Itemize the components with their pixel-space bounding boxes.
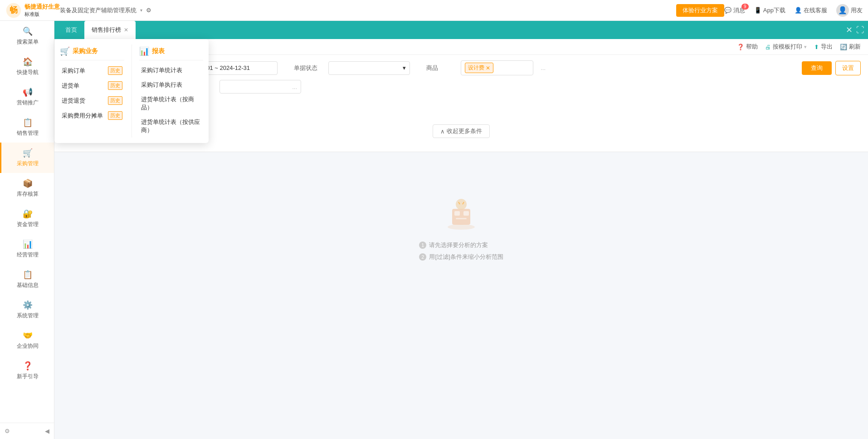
app-download-label: App下载 xyxy=(763,6,785,15)
sidebar-item-system[interactable]: ⚙️ 系统管理 xyxy=(0,295,54,325)
goods-filter-area: 设计费 ✕ xyxy=(461,60,533,75)
dropdown-columns: 🛒 采购业务 采购订单 历史 进货单 历史 进货退货 历史 采购费用分摊单 历史 xyxy=(54,44,209,138)
sidebar-item-marketing[interactable]: 📢 营销推广 xyxy=(0,82,54,112)
phone-icon: 📱 xyxy=(754,7,761,14)
message-item[interactable]: 💬 消息 9 xyxy=(724,6,745,15)
service-icon: 👤 xyxy=(795,7,802,14)
sidebar-item-cooperation[interactable]: 🤝 企业协同 xyxy=(0,325,54,355)
svg-text:畅: 畅 xyxy=(10,5,18,15)
sidebar-item-basic-info[interactable]: 📋 基础信息 xyxy=(0,264,54,295)
goods-tag: 设计费 ✕ xyxy=(465,63,493,73)
svg-point-7 xyxy=(456,199,467,210)
report-col-title: 📊 报表 xyxy=(139,44,204,60)
salesperson-select[interactable]: ... xyxy=(219,80,301,94)
sidebar-item-finance[interactable]: 🔐 资金管理 xyxy=(0,203,54,234)
tip-num-1: 1 xyxy=(419,242,426,249)
print-btn[interactable]: 🖨 按模板打印 ▾ xyxy=(765,43,807,51)
logo-text: 畅捷通好生意 标准版 xyxy=(24,3,60,17)
sidebar-item-quick-nav[interactable]: 🏠 快捷导航 xyxy=(0,51,54,82)
report-column: 📊 报表 采购订单统计表 采购订单执行表 进货单统计表（按商品） 进货单统计表（… xyxy=(134,44,209,138)
tab-close-icon[interactable]: ✕ xyxy=(124,27,128,33)
sidebar-item-guide[interactable]: ❓ 新手引导 xyxy=(0,355,54,386)
query-button[interactable]: 查询 xyxy=(802,61,832,75)
sidebar-collapse-icon[interactable]: ◀ xyxy=(45,428,49,434)
history-badge-2: 历史 xyxy=(108,96,122,105)
tab-bar: 首页 销售排行榜 ✕ ✕ ⛶ xyxy=(54,21,868,39)
tip-text-2: 用[过滤]条件来缩小分析范围 xyxy=(429,251,503,263)
logo-icon: 畅 xyxy=(5,2,22,19)
report-col-icon: 📊 xyxy=(139,46,149,56)
export-icon: ⬆ xyxy=(814,44,819,50)
dropdown-item-stock-in-stat-supplier[interactable]: 进货单统计表（按供应商） xyxy=(139,115,204,138)
tab-maximize-icon[interactable]: ⛶ xyxy=(856,25,864,35)
empty-state: 1 请先选择要分析的方案 2 用[过滤]条件来缩小分析范围 xyxy=(54,152,868,299)
print-chevron[interactable]: ▾ xyxy=(804,44,807,50)
dropdown-divider xyxy=(132,44,132,138)
header-right: 💬 消息 9 📱 App下载 👤 在线客服 👤 用友 xyxy=(724,4,863,17)
dropdown-item-stock-return[interactable]: 进货退货 历史 xyxy=(60,93,124,108)
purchase-icon: 🛒 xyxy=(23,148,33,158)
empty-tips: 1 请先选择要分析的方案 2 用[过滤]条件来缩小分析范围 xyxy=(419,239,503,263)
dropdown-item-stock-in-stat-goods[interactable]: 进货单统计表（按商品） xyxy=(139,92,204,115)
guide-icon: ❓ xyxy=(23,361,33,371)
operations-icon: 📊 xyxy=(23,239,33,249)
refresh-btn[interactable]: 🔄 刷新 xyxy=(840,43,861,51)
goods-label: 商品 xyxy=(426,64,454,72)
user-item[interactable]: 👤 用友 xyxy=(836,4,863,17)
top-header: 畅 畅捷通好生意 标准版 装备及固定资产辅助管理系统 ▾ ⚙ 体验行业方案 💬 … xyxy=(0,0,868,21)
salesperson-ellipsis[interactable]: ... xyxy=(292,84,297,90)
online-service-item[interactable]: 👤 在线客服 xyxy=(795,6,827,15)
sales-icon: 📋 xyxy=(23,118,33,128)
user-avatar: 👤 xyxy=(836,4,849,17)
history-badge-3: 历史 xyxy=(108,111,122,120)
settings-button[interactable]: 设置 xyxy=(835,61,861,75)
logo-area: 畅 畅捷通好生意 标准版 xyxy=(5,2,60,19)
help-icon: ❓ xyxy=(737,44,744,50)
help-btn[interactable]: ❓ 帮助 xyxy=(737,43,758,51)
message-badge: 9 xyxy=(741,4,749,10)
collapse-icon: ∧ xyxy=(440,128,445,135)
message-icon: 💬 xyxy=(724,7,731,14)
sidebar-item-purchase[interactable]: 🛒 采购管理 xyxy=(0,143,54,173)
goods-ellipsis[interactable]: ... xyxy=(541,64,546,71)
sidebar-item-search[interactable]: 🔍 搜索菜单 xyxy=(0,21,54,51)
sidebar-settings-icon[interactable]: ⚙ xyxy=(5,428,10,434)
sidebar-item-inventory[interactable]: 📦 库存核算 xyxy=(0,173,54,203)
sidebar-bottom: ⚙ ◀ xyxy=(0,423,54,439)
tab-sales-rank[interactable]: 销售排行榜 ✕ xyxy=(84,21,136,39)
filter-actions-right: 查询 设置 xyxy=(802,61,861,75)
empty-illustration xyxy=(439,188,484,234)
dropdown-item-purchase-order[interactable]: 采购订单 历史 xyxy=(60,63,124,78)
svg-rect-4 xyxy=(454,211,460,216)
purchase-col-title: 🛒 采购业务 xyxy=(60,44,124,60)
purchase-col-icon: 🛒 xyxy=(60,46,70,56)
sidebar: 🔍 搜索菜单 🏠 快捷导航 📢 营销推广 📋 销售管理 🛒 采购管理 📦 库存核… xyxy=(0,21,54,439)
sidebar-item-operations[interactable]: 📊 经营管理 xyxy=(0,234,54,264)
dropdown-item-purchase-order-exec[interactable]: 采购订单执行表 xyxy=(139,78,204,92)
cooperation-icon: 🤝 xyxy=(23,330,33,340)
system-name-chevron[interactable]: ▾ xyxy=(140,8,142,13)
svg-rect-6 xyxy=(456,218,467,219)
app-download-item[interactable]: 📱 App下载 xyxy=(754,6,785,15)
system-name-area: 装备及固定资产辅助管理系统 ▾ ⚙ xyxy=(60,6,676,15)
purchase-column: 🛒 采购业务 采购订单 历史 进货单 历史 进货退货 历史 采购费用分摊单 历史 xyxy=(54,44,130,138)
dropdown-item-purchase-order-stat[interactable]: 采购订单统计表 xyxy=(139,63,204,78)
export-btn[interactable]: ⬆ 导出 xyxy=(814,43,833,51)
svg-rect-5 xyxy=(463,211,469,216)
tab-close-window-icon[interactable]: ✕ xyxy=(846,25,853,35)
order-status-select[interactable]: ▾ xyxy=(328,61,410,75)
goods-tag-close[interactable]: ✕ xyxy=(486,65,490,71)
order-status-label: 单据状态 xyxy=(294,64,321,72)
sidebar-item-sales[interactable]: 📋 销售管理 xyxy=(0,112,54,143)
industry-btn[interactable]: 体验行业方案 xyxy=(676,4,724,17)
dropdown-item-stock-in[interactable]: 进货单 历史 xyxy=(60,78,124,93)
system-icon: ⚙️ xyxy=(23,300,33,310)
tab-home[interactable]: 首页 xyxy=(58,21,84,39)
dropdown-item-purchase-expense[interactable]: 采购费用分摊单 历史 xyxy=(60,108,124,123)
header-settings-icon[interactable]: ⚙ xyxy=(146,7,151,14)
marketing-icon: 📢 xyxy=(23,87,33,97)
collapse-btn[interactable]: ∧ 收起更多条件 xyxy=(433,124,490,138)
tip-text-1: 请先选择要分析的方案 xyxy=(429,239,488,251)
purchase-dropdown-menu: 🛒 采购业务 采购订单 历史 进货单 历史 进货退货 历史 采购费用分摊单 历史 xyxy=(54,39,209,143)
home-icon: 🏠 xyxy=(23,57,33,67)
